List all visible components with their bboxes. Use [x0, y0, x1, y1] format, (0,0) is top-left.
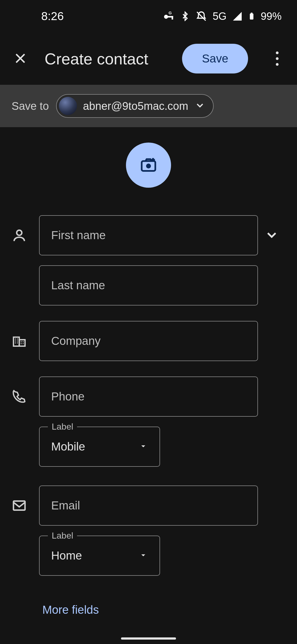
photo-area [0, 127, 297, 215]
email-label-value: Home [51, 549, 82, 562]
expand-name-button[interactable] [262, 225, 282, 245]
email-label-caption: Label [48, 531, 77, 541]
add-photo-icon [139, 156, 158, 175]
svg-point-8 [17, 230, 22, 235]
email-label-select[interactable]: Label Home [39, 536, 160, 576]
close-icon [13, 51, 28, 66]
phone-field[interactable] [39, 376, 258, 417]
chevron-down-icon [264, 227, 279, 244]
email-icon [12, 498, 39, 513]
svg-point-7 [146, 163, 151, 168]
save-to-label: Save to [12, 100, 49, 112]
nav-indicator [121, 637, 176, 640]
svg-rect-5 [251, 13, 253, 14]
avatar [59, 97, 77, 115]
company-input[interactable] [51, 334, 246, 348]
svg-point-0 [164, 15, 168, 19]
last-name-input[interactable] [51, 279, 246, 292]
signal-icon [232, 11, 243, 21]
last-name-field[interactable] [39, 265, 258, 305]
account-selector-chip[interactable]: abner@9to5mac.com [56, 94, 214, 118]
dnd-off-icon [196, 10, 207, 22]
save-to-bar: Save to abner@9to5mac.com [0, 85, 297, 127]
add-photo-button[interactable] [126, 143, 171, 188]
more-vert-icon [276, 51, 279, 66]
battery-percent: 99% [261, 10, 282, 22]
email-input[interactable] [51, 499, 246, 512]
svg-rect-4 [250, 13, 253, 20]
svg-rect-11 [13, 501, 25, 510]
dropdown-caret-icon [139, 441, 148, 452]
chevron-down-icon [194, 100, 205, 112]
bluetooth-icon [180, 11, 190, 21]
network-label: 5G [213, 10, 227, 22]
svg-rect-2 [172, 16, 173, 20]
svg-rect-9 [13, 337, 19, 346]
status-time: 8:26 [41, 10, 64, 23]
email-row [12, 485, 285, 526]
app-bar: Create contact Save [0, 32, 297, 85]
more-fields-button[interactable]: More fields [42, 603, 99, 616]
phone-row [12, 376, 285, 417]
save-button[interactable]: Save [182, 44, 248, 73]
phone-label-select[interactable]: Label Mobile [39, 427, 160, 467]
phone-icon [12, 389, 39, 404]
first-name-row [12, 215, 285, 255]
page-title: Create contact [45, 50, 168, 68]
company-icon [12, 333, 39, 349]
close-button[interactable] [10, 49, 30, 69]
status-bar: 8:26 G 5G 99% [0, 0, 297, 32]
last-name-row [12, 265, 285, 305]
overflow-menu-button[interactable] [267, 49, 287, 69]
phone-label-caption: Label [48, 422, 77, 432]
phone-label-value: Mobile [51, 440, 85, 453]
company-row [12, 321, 285, 361]
person-icon [12, 228, 39, 243]
company-field[interactable] [39, 321, 258, 361]
dropdown-caret-icon [139, 550, 148, 561]
email-field[interactable] [39, 485, 258, 526]
status-right: G 5G 99% [163, 10, 282, 22]
svg-text:G: G [169, 11, 172, 15]
first-name-input[interactable] [51, 229, 246, 242]
vpn-key-icon: G [163, 10, 175, 22]
phone-input[interactable] [51, 390, 246, 403]
svg-rect-10 [19, 340, 25, 346]
battery-icon [248, 10, 255, 22]
first-name-field[interactable] [39, 215, 258, 255]
contact-form: Label Mobile Label Home More fields [0, 215, 297, 616]
account-email: abner@9to5mac.com [83, 100, 188, 112]
